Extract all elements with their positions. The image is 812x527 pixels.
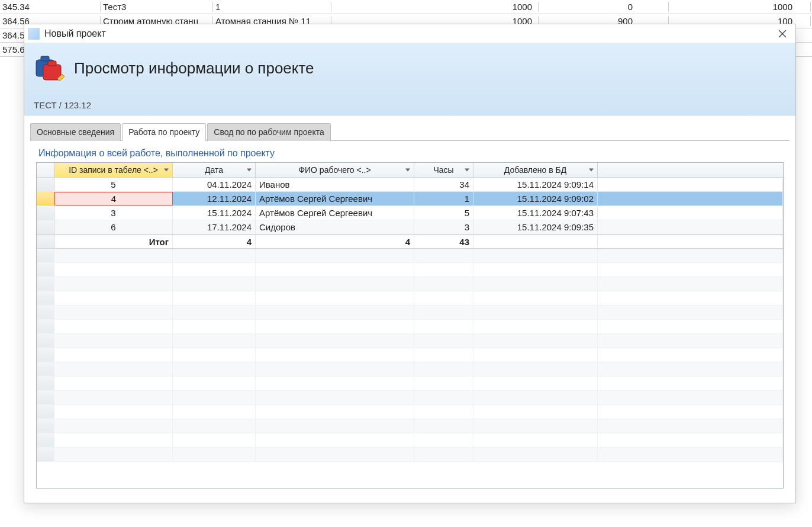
section-heading: Информация о всей работе, выполненной по… xyxy=(38,148,784,159)
tab-content: Информация о всей работе, выполненной по… xyxy=(30,140,790,496)
table-row[interactable]: 504.11.2024Иванов3415.11.2024 9:09:14 xyxy=(37,178,783,192)
bg-cell: 1000 xyxy=(331,2,539,12)
cell-fio[interactable]: Артёмов Сергей Сергеевич xyxy=(256,206,414,220)
cell-id[interactable]: 3 xyxy=(54,206,173,220)
grid-body[interactable]: 504.11.2024Иванов3415.11.2024 9:09:14412… xyxy=(37,178,783,488)
tab-project-work[interactable]: Работа по проекту xyxy=(122,123,206,141)
empty-row xyxy=(37,433,783,448)
column-label: ФИО рабочего <..> xyxy=(298,165,370,175)
empty-row xyxy=(37,249,783,263)
cell-id[interactable]: 5 xyxy=(54,178,173,191)
cell-date[interactable]: 15.11.2024 xyxy=(173,206,256,220)
row-indicator[interactable] xyxy=(37,206,54,220)
empty-row xyxy=(37,291,783,306)
column-label: Часы xyxy=(433,165,453,175)
modal-dialog: Новый проект Просмотр информации о проек… xyxy=(24,24,796,503)
bg-row: 345.34 Тест3 1 1000 0 1000 xyxy=(0,0,812,14)
filter-dropdown-icon[interactable] xyxy=(589,169,594,172)
column-header-date[interactable]: Дата xyxy=(173,163,256,177)
column-label: Добавлено в БД xyxy=(504,165,566,175)
table-row[interactable]: 412.11.2024Артёмов Сергей Сергеевич115.1… xyxy=(37,192,783,206)
total-hours: 43 xyxy=(414,235,473,248)
empty-row xyxy=(37,334,783,348)
total-db xyxy=(473,235,598,248)
cell-spacer xyxy=(598,235,783,248)
bg-cell: 345.34 xyxy=(0,2,101,12)
cell-spacer xyxy=(598,192,783,205)
filter-dropdown-icon[interactable] xyxy=(465,169,469,172)
empty-row xyxy=(37,377,783,391)
empty-row xyxy=(37,263,783,277)
bg-cell: 1 xyxy=(213,2,331,12)
cell-spacer xyxy=(598,220,783,234)
column-header-id[interactable]: ID записи в табеле <..> xyxy=(54,163,173,177)
column-header-fio[interactable]: ФИО рабочего <..> xyxy=(256,163,414,177)
column-label: ID записи в табеле <..> xyxy=(69,165,158,175)
empty-row xyxy=(37,362,783,377)
empty-row xyxy=(37,419,783,433)
bg-cell: 1000 xyxy=(669,2,811,12)
cell-hours[interactable]: 3 xyxy=(414,220,473,234)
total-fio: 4 xyxy=(256,235,414,248)
column-header-selector[interactable] xyxy=(37,163,54,177)
svg-rect-3 xyxy=(41,56,49,61)
tab-strip: Основные сведения Работа по проекту Свод… xyxy=(30,123,790,140)
empty-row xyxy=(37,405,783,419)
cell-hours[interactable]: 34 xyxy=(414,178,473,191)
cell-date[interactable]: 12.11.2024 xyxy=(173,192,256,205)
filter-dropdown-icon[interactable] xyxy=(164,169,169,172)
empty-row xyxy=(37,306,783,320)
column-header-hours[interactable]: Часы xyxy=(414,163,473,177)
close-icon xyxy=(778,30,787,38)
cell-id[interactable]: 6 xyxy=(54,220,173,234)
cell-db[interactable]: 15.11.2024 9:09:35 xyxy=(473,220,598,234)
cell-id[interactable]: 4 xyxy=(54,192,173,205)
close-button[interactable] xyxy=(769,24,795,43)
column-header-db[interactable]: Добавлено в БД xyxy=(473,163,598,177)
briefcase-icon xyxy=(33,52,66,85)
cell-hours[interactable]: 5 xyxy=(414,206,473,220)
cell-fio[interactable]: Сидоров xyxy=(256,220,414,234)
cell-spacer xyxy=(598,206,783,220)
table-row[interactable]: 315.11.2024Артёмов Сергей Сергеевич515.1… xyxy=(37,206,783,220)
row-indicator xyxy=(37,235,54,248)
svg-rect-5 xyxy=(48,61,56,66)
cell-fio[interactable]: Артёмов Сергей Сергеевич xyxy=(256,192,414,205)
table-row[interactable]: 617.11.2024Сидоров315.11.2024 9:09:35 xyxy=(37,220,783,234)
titlebar: Новый проект xyxy=(24,24,795,43)
cell-db[interactable]: 15.11.2024 9:09:14 xyxy=(473,178,598,191)
tab-general[interactable]: Основные сведения xyxy=(30,123,121,141)
total-count: 4 xyxy=(173,235,256,248)
empty-row xyxy=(37,320,783,334)
cell-db[interactable]: 15.11.2024 9:09:02 xyxy=(473,192,598,205)
empty-row xyxy=(37,348,783,362)
empty-row xyxy=(37,391,783,405)
totals-row: Итог4443 xyxy=(37,234,783,249)
row-indicator[interactable] xyxy=(37,192,54,205)
empty-row xyxy=(37,448,783,462)
header-banner: Просмотр информации о проекте ТЕСТ / 123… xyxy=(24,43,795,115)
row-indicator[interactable] xyxy=(37,178,54,191)
cell-spacer xyxy=(598,178,783,191)
filter-dropdown-icon[interactable] xyxy=(405,169,410,172)
grid-header: ID записи в табеле <..> Дата ФИО рабочег… xyxy=(37,163,783,178)
page-title: Просмотр информации о проекте xyxy=(74,59,314,78)
empty-row xyxy=(37,277,783,291)
window-title: Новый проект xyxy=(44,28,769,39)
window-icon xyxy=(28,28,40,40)
cell-date[interactable]: 04.11.2024 xyxy=(173,178,256,191)
bg-cell: 0 xyxy=(539,2,669,12)
cell-db[interactable]: 15.11.2024 9:07:43 xyxy=(473,206,598,220)
cell-fio[interactable]: Иванов xyxy=(256,178,414,191)
cell-hours[interactable]: 1 xyxy=(414,192,473,205)
bg-cell: Тест3 xyxy=(101,2,213,12)
cell-date[interactable]: 17.11.2024 xyxy=(173,220,256,234)
breadcrumb: ТЕСТ / 123.12 xyxy=(34,100,787,110)
row-indicator[interactable] xyxy=(37,220,54,234)
tab-summary[interactable]: Свод по по рабочим проекта xyxy=(207,123,330,141)
column-label: Дата xyxy=(205,165,223,175)
filter-dropdown-icon[interactable] xyxy=(247,169,252,172)
total-label: Итог xyxy=(54,235,173,248)
work-grid: ID записи в табеле <..> Дата ФИО рабочег… xyxy=(36,162,784,489)
column-header-spacer xyxy=(598,163,783,177)
